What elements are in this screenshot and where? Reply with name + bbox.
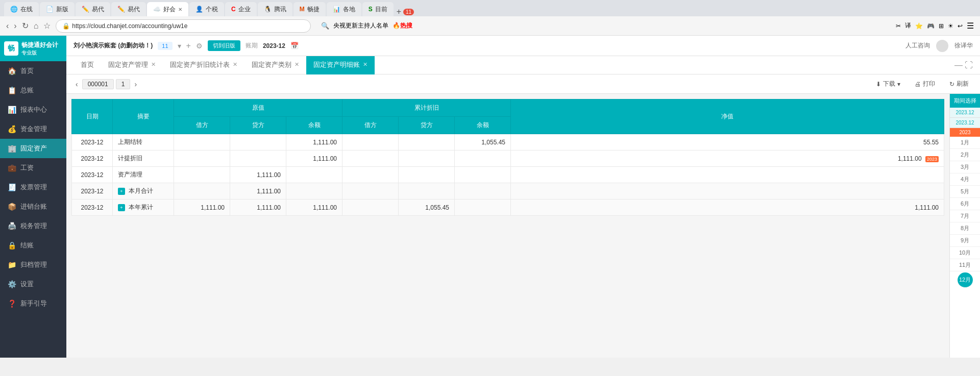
sidebar-item-archive[interactable]: 📁 归档管理: [0, 255, 66, 274]
row-orig-debit: [174, 134, 230, 151]
browser-tab-new[interactable]: 📄 新版: [40, 2, 75, 16]
sidebar-item-purchase-sales[interactable]: 📦 进销台账: [0, 197, 66, 216]
sidebar-item-tax[interactable]: 🖨️ 税务管理: [0, 216, 66, 236]
sidebar-item-fixed-assets[interactable]: 🏢 固定资产: [0, 139, 66, 158]
period-date-1[interactable]: 2023.12: [950, 108, 980, 118]
tab-close-icon[interactable]: ✕: [178, 7, 182, 12]
browser-tab-qiye[interactable]: C 企业: [225, 2, 257, 16]
star-icon[interactable]: ⭐: [915, 22, 923, 30]
user-label[interactable]: 徐译华: [954, 41, 973, 50]
browser-tab-geshui[interactable]: 👤 个税: [189, 2, 224, 16]
period-month-8[interactable]: 8月: [950, 222, 980, 235]
annual-icon: +: [118, 204, 125, 211]
row-orig-credit: [230, 151, 286, 167]
refresh-btn[interactable]: ↻ 刷新: [945, 78, 973, 90]
sidebar-item-close-period[interactable]: 🔒 结账: [0, 236, 66, 255]
tab-close-detail[interactable]: ✕: [363, 61, 368, 68]
print-btn[interactable]: 🖨 打印: [911, 78, 939, 90]
period-month-3[interactable]: 3月: [950, 161, 980, 173]
row-orig-balance: 1,111.00: [286, 134, 342, 151]
restore-old-version-btn[interactable]: 切到旧版: [208, 40, 240, 51]
prev-page-btn[interactable]: ‹: [74, 79, 80, 89]
browser-tab-yidai2[interactable]: ✏️ 易代: [111, 2, 146, 16]
tab-icon: C: [231, 6, 236, 13]
home-btn[interactable]: ⌂: [34, 21, 39, 31]
scissors-icon[interactable]: ✂: [896, 22, 901, 30]
sidebar-item-invoice[interactable]: 🧾 发票管理: [0, 178, 66, 197]
tab-icon: ✏️: [82, 6, 89, 13]
header-right: 人工咨询 徐译华: [905, 40, 973, 52]
sidebar-item-guide[interactable]: ❓ 新手引导: [0, 294, 66, 313]
archive-icon: 📁: [7, 261, 16, 269]
period-month-5[interactable]: 5月: [950, 186, 980, 198]
calendar-icon[interactable]: 📅: [290, 42, 299, 49]
sidebar-logo: 畅: [4, 41, 18, 56]
minimize-icon[interactable]: —: [954, 61, 963, 70]
browser-tab-yidai1[interactable]: ✏️ 易代: [76, 2, 110, 16]
forward-btn[interactable]: ›: [14, 21, 16, 31]
table-container: 日期 摘要 原值 累计折旧 净值 借方 贷方 余额 借方: [66, 94, 949, 358]
period-month-9[interactable]: 9月: [950, 235, 980, 247]
period-month-11[interactable]: 11月: [950, 259, 980, 271]
sidebar-item-ledger[interactable]: 📋 总账: [0, 81, 66, 100]
tab-close-depreciation[interactable]: ✕: [233, 61, 237, 68]
game-icon[interactable]: 🎮: [927, 22, 935, 30]
period-month-4[interactable]: 4月: [950, 173, 980, 186]
sidebar-item-payroll[interactable]: 💼 工资: [0, 158, 66, 178]
sidebar-item-home[interactable]: 🏠 首页: [0, 61, 66, 81]
browser-tab-online[interactable]: 🌐 在线: [4, 2, 39, 16]
next-page-btn[interactable]: ›: [132, 79, 139, 89]
browser-tab-m[interactable]: M 畅捷: [293, 2, 326, 16]
period-month-2[interactable]: 2月: [950, 149, 980, 161]
tab-icon: 👤: [195, 6, 203, 13]
user-avatar: [936, 40, 948, 52]
period-month-6[interactable]: 6月: [950, 198, 980, 210]
tab-depreciation-stats[interactable]: 固定资产折旧统计表 ✕: [163, 56, 244, 74]
sidebar-item-settings[interactable]: ⚙️ 设置: [0, 274, 66, 294]
browser-tab-haohui[interactable]: ☁️ 好会 ✕: [147, 2, 188, 16]
col-dep-balance: 余额: [455, 117, 511, 134]
download-btn[interactable]: ⬇ 下载 ▾: [872, 78, 904, 90]
funds-icon: 💰: [7, 125, 16, 133]
settings-btn-header[interactable]: ⚙: [196, 42, 203, 50]
app-header: 刘小艳演示账套 (勿删勿动！) 11 ▾ + ⚙ 切到旧版 账期 2023-12…: [66, 36, 980, 56]
tab-home[interactable]: 首页: [74, 56, 101, 74]
period-date-2[interactable]: 2023.12: [950, 118, 980, 128]
browser-tab-gedi[interactable]: 📊 各地: [327, 2, 361, 16]
maximize-icon[interactable]: ⛶: [965, 61, 973, 70]
dropdown-icon[interactable]: ▾: [178, 42, 181, 50]
refresh-browser-btn[interactable]: ↻: [22, 21, 29, 31]
tab-icon: S: [369, 6, 373, 13]
sidebar-item-reports[interactable]: 📊 报表中心: [0, 100, 66, 119]
sidebar-item-funds[interactable]: 💰 资金管理: [0, 119, 66, 139]
tab-asset-detail-ledger[interactable]: 固定资产明细账 ✕: [306, 56, 375, 74]
tab-icon: ☁️: [153, 6, 161, 13]
bookmark-btn[interactable]: ☆: [43, 21, 51, 31]
menu-icon[interactable]: ☰: [967, 21, 974, 31]
period-month-12[interactable]: 12月: [958, 272, 973, 288]
row-dep-debit: [342, 167, 399, 183]
row-net-value: 1,111.00 2023: [511, 151, 944, 167]
browser-tab-tencent[interactable]: 🐧 腾讯: [258, 2, 292, 16]
tab-close-category[interactable]: ✕: [295, 61, 299, 68]
new-tab-btn[interactable]: +: [397, 7, 401, 16]
period-month-7[interactable]: 7月: [950, 210, 980, 222]
row-summary: 资产清理: [113, 167, 174, 183]
back-btn[interactable]: ‹: [6, 21, 9, 31]
support-btn[interactable]: 人工咨询: [905, 41, 930, 50]
add-account-btn[interactable]: +: [186, 41, 191, 51]
period-year-btn[interactable]: 2023: [950, 128, 980, 137]
tab-close-fixed-assets[interactable]: ✕: [151, 61, 156, 68]
sidebar-subtitle: 专业版: [21, 49, 58, 57]
url-input[interactable]: 🔒 https://cloud.chanjet.com/accounting/u…: [56, 19, 311, 33]
tab-asset-category[interactable]: 固定资产类别 ✕: [244, 56, 306, 74]
grid-icon[interactable]: ⊞: [939, 22, 944, 30]
undo-icon[interactable]: ↩: [958, 22, 963, 30]
browser-tab-s[interactable]: S 目前: [362, 2, 394, 16]
row-dep-debit: [342, 199, 399, 216]
period-month-1[interactable]: 1月: [950, 137, 980, 149]
translate-icon[interactable]: 译: [905, 21, 911, 30]
sun-icon[interactable]: ☀: [948, 22, 953, 30]
period-month-10[interactable]: 10月: [950, 247, 980, 259]
tab-fixed-assets-mgmt[interactable]: 固定资产管理 ✕: [101, 56, 163, 74]
